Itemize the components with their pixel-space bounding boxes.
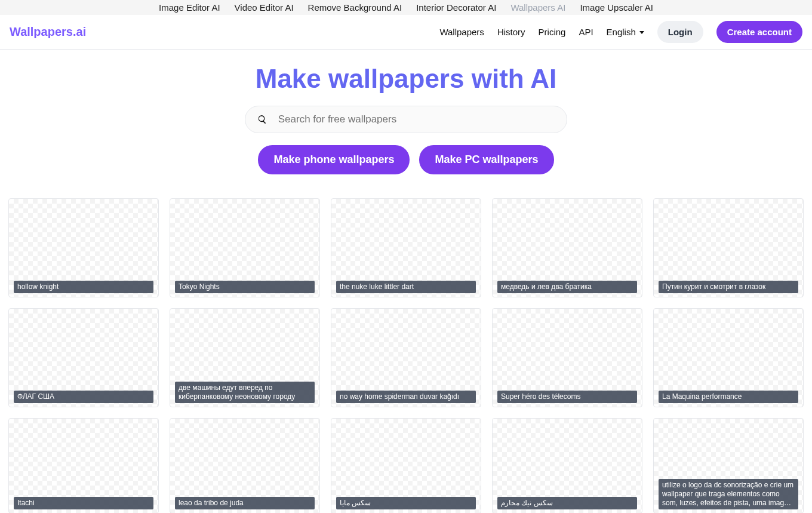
search-icon [257,114,267,125]
make-pc-wallpapers-button[interactable]: Make PC wallpapers [419,145,553,174]
wallpaper-card[interactable]: leao da tribo de juda [170,418,320,513]
wallpaper-card[interactable]: Tokyo Nights [170,198,320,297]
wallpaper-card[interactable]: سكس مايا [331,418,481,513]
login-button[interactable]: Login [657,21,703,43]
wallpaper-caption: the nuke luke littler dart [336,281,476,293]
search-bar[interactable] [245,106,567,133]
wallpaper-card[interactable]: ФЛАГ США [8,308,159,407]
wallpaper-card[interactable]: Itachi [8,418,159,513]
top-nav-link[interactable]: Image Editor AI [159,2,220,13]
wallpaper-caption: Itachi [14,497,153,509]
nav-wallpapers[interactable]: Wallpapers [439,27,484,37]
nav-api[interactable]: API [579,27,593,37]
language-dropdown[interactable]: English [607,27,644,37]
top-nav-link[interactable]: Interior Decorator AI [416,2,496,13]
hero: Make wallpapers with AI Make phone wallp… [0,50,812,180]
nav-history[interactable]: History [497,27,525,37]
wallpaper-caption: no way home spiderman duvar kağıdı [336,391,476,403]
wallpaper-card[interactable]: no way home spiderman duvar kağıdı [331,308,481,407]
wallpaper-card[interactable]: hollow knight [8,198,159,297]
language-label: English [607,27,636,37]
wallpaper-caption: leao da tribo de juda [175,497,315,509]
wallpaper-card[interactable]: La Maquina performance [653,308,804,407]
wallpaper-caption: ФЛАГ США [14,391,153,403]
wallpaper-caption: Super héro des télecoms [497,391,637,403]
top-nav-link[interactable]: Remove Background AI [308,2,402,13]
make-phone-wallpapers-button[interactable]: Make phone wallpapers [258,145,410,174]
top-nav-link[interactable]: Video Editor AI [235,2,294,13]
main-nav: Wallpapers History Pricing API English L… [439,21,802,43]
brand-logo[interactable]: Wallpapers.ai [10,25,86,39]
cta-row: Make phone wallpapers Make PC wallpapers [0,145,812,174]
nav-pricing[interactable]: Pricing [539,27,566,37]
wallpaper-card[interactable]: the nuke luke littler dart [331,198,481,297]
wallpaper-caption: utilize o logo da dc sonorização e crie … [659,479,798,509]
top-nav: Image Editor AI Video Editor AI Remove B… [0,0,812,15]
wallpaper-grid: hollow knight Tokyo Nights the nuke luke… [0,180,812,513]
wallpaper-caption: hollow knight [14,281,153,293]
wallpaper-card[interactable]: медведь и лев два братика [492,198,642,297]
wallpaper-caption: Tokyo Nights [175,281,315,293]
main-header: Wallpapers.ai Wallpapers History Pricing… [0,15,812,50]
wallpaper-caption: سكس نيك محارم [497,497,637,509]
page-title: Make wallpapers with AI [0,64,812,94]
wallpaper-caption: медведь и лев два братика [497,281,637,293]
wallpaper-caption: سكس مايا [336,497,476,509]
chevron-down-icon [639,31,644,34]
wallpaper-caption: La Maquina performance [659,391,798,403]
create-account-button[interactable]: Create account [716,21,802,43]
search-input[interactable] [278,113,555,125]
wallpaper-card[interactable]: Путин курит и смотрит в глазок [653,198,804,297]
top-nav-link[interactable]: Image Upscaler AI [580,2,653,13]
wallpaper-card[interactable]: Super héro des télecoms [492,308,642,407]
wallpaper-card[interactable]: سكس نيك محارم [492,418,642,513]
wallpaper-card[interactable]: utilize o logo da dc sonorização e crie … [653,418,804,513]
wallpaper-caption: две машины едут вперед по киберпанковому… [175,382,315,403]
wallpaper-caption: Путин курит и смотрит в глазок [659,281,798,293]
top-nav-link-active[interactable]: Wallpapers AI [510,2,565,13]
wallpaper-card[interactable]: две машины едут вперед по киберпанковому… [170,308,320,407]
